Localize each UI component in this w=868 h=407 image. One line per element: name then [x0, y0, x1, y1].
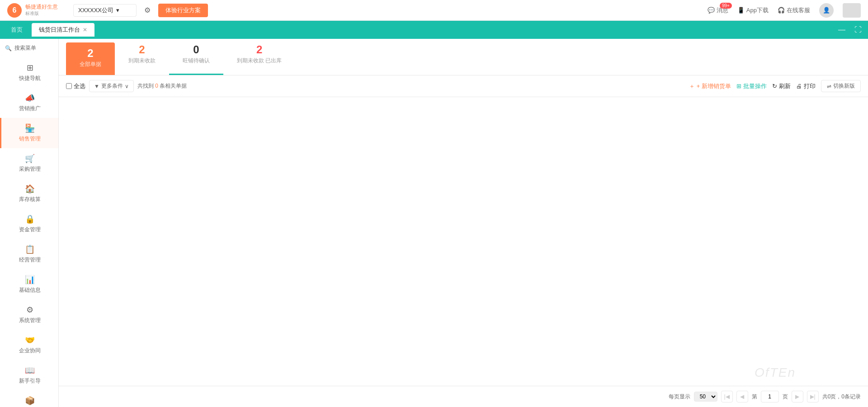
stats-wangpu-number: 0	[193, 44, 199, 55]
sidebar-item-label: 基础信息	[19, 286, 41, 294]
company-name: XXXXXX公司	[78, 6, 113, 14]
stats-tabs: 2 全部单据 2 到期未收款 0 旺铺待确认 2 到期未收款 已出库	[59, 39, 868, 75]
user-icon: 👤	[823, 7, 830, 14]
sidebar-item-label: 经营管理	[19, 256, 41, 264]
page-size-label: 每页显示	[669, 393, 690, 401]
tab-workbench[interactable]: 钱货日清工作台 ✕	[32, 23, 94, 37]
settings-icon[interactable]: ⚙	[140, 3, 155, 18]
tab-close-icon[interactable]: ✕	[83, 27, 87, 33]
tab-home[interactable]: 首页	[4, 23, 30, 37]
tab-workbench-label: 钱货日清工作台	[39, 26, 80, 34]
chevron-down-icon: ▾	[116, 7, 119, 14]
clipboard-icon: 📋	[25, 244, 35, 254]
sidebar-item-app-center[interactable]: 📦 应用中心	[0, 390, 58, 407]
window-minimize-icon[interactable]: —	[835, 25, 848, 35]
stats-all-label: 全部单据	[80, 61, 101, 68]
search-menu-label: 搜索菜单	[14, 44, 36, 52]
online-service-btn[interactable]: 🎧 在线客服	[778, 6, 810, 14]
print-button[interactable]: 🖨 打印	[796, 82, 816, 90]
sidebar-item-inventory[interactable]: 🏠 库存核算	[0, 178, 58, 209]
message-icon: 💬	[708, 7, 715, 14]
sidebar-item-guide[interactable]: 📖 新手引导	[0, 360, 58, 390]
sidebar-item-label: 营销推广	[19, 105, 41, 112]
sidebar-item-finance[interactable]: 🔒 资金管理	[0, 209, 58, 239]
table-icon: 📊	[25, 275, 35, 285]
top-header: 6 畅捷通好生意 标准版 XXXXXX公司 ▾ ⚙ 体验行业方案 💬 消息 99…	[0, 0, 868, 21]
select-all-label: 全选	[74, 82, 85, 90]
box-icon: 📦	[25, 396, 35, 406]
sidebar-item-label: 资金管理	[19, 226, 41, 234]
header-right: 💬 消息 99+ 📱 App下载 🎧 在线客服 👤	[708, 3, 861, 18]
app-download-icon: 📱	[737, 7, 745, 14]
trial-button[interactable]: 体验行业方案	[158, 4, 208, 17]
stats-overdue-label: 到期未收款	[128, 57, 156, 65]
message-btn[interactable]: 💬 消息 99+	[708, 6, 728, 14]
page-suffix: 页	[783, 393, 788, 401]
app-download-btn[interactable]: 📱 App下载	[737, 6, 769, 14]
filter-button[interactable]: ▼ 更多条件 ∨	[89, 80, 134, 92]
tab-home-label: 首页	[11, 26, 23, 34]
sidebar-item-enterprise[interactable]: 🤝 企业协同	[0, 330, 58, 360]
nav-tabs: 首页 钱货日清工作台 ✕ — ⛶	[0, 21, 868, 39]
next-page-button[interactable]: ▶	[792, 391, 803, 402]
sidebar-item-basic-info[interactable]: 📊 基础信息	[0, 269, 58, 299]
megaphone-icon: 📣	[25, 93, 35, 103]
sidebar-search[interactable]: 🔍 搜索菜单	[0, 39, 58, 57]
chevron-down-icon: ∨	[125, 83, 129, 89]
online-service-label: 在线客服	[787, 6, 810, 14]
page-size-select[interactable]: 50	[694, 392, 717, 402]
stats-overdue-number: 2	[139, 44, 145, 55]
sidebar-item-purchase[interactable]: 🛒 采购管理	[0, 148, 58, 178]
nav-tab-actions: — ⛶	[835, 25, 864, 35]
cart-icon: 🛒	[25, 154, 35, 164]
sidebar-item-marketing[interactable]: 📣 营销推广	[0, 88, 58, 118]
message-badge: 99+	[720, 3, 732, 9]
logo-icon: 6	[7, 3, 22, 18]
sidebar-item-quick-nav[interactable]: ⊞ 快捷导航	[0, 57, 58, 88]
main-content: 2 全部单据 2 到期未收款 0 旺铺待确认 2 到期未收款 已出库 全选	[59, 39, 868, 407]
sidebar-item-system[interactable]: ⚙ 系统管理	[0, 299, 58, 330]
window-expand-icon[interactable]: ⛶	[852, 25, 864, 35]
refresh-button[interactable]: ↻ 刷新	[772, 82, 791, 90]
sidebar-item-label: 库存核算	[19, 196, 41, 203]
logo-text: 畅捷通好生意 标准版	[25, 4, 58, 17]
toolbar-right: ＋ + 新增销货单 ⊞ 批量操作 ↻ 刷新 🖨 打印 ⇌ 切换新版	[689, 80, 861, 92]
print-icon: 🖨	[796, 83, 802, 89]
gear-icon: ⚙	[26, 305, 33, 315]
sidebar-item-sales[interactable]: 🏪 销售管理	[0, 118, 58, 148]
batch-icon: ⊞	[736, 83, 741, 89]
stats-tab-wangpu[interactable]: 0 旺铺待确认	[169, 39, 223, 75]
grid-icon: ⊞	[27, 63, 33, 73]
sidebar-item-label: 企业协同	[19, 347, 41, 355]
book-icon: 📖	[25, 365, 35, 375]
sidebar-item-label: 采购管理	[19, 165, 41, 173]
batch-operations-button[interactable]: ⊞ 批量操作	[736, 82, 767, 90]
switch-icon: ⇌	[827, 83, 831, 89]
select-all-area: 全选	[66, 82, 85, 90]
total-pages-info: 共0页，0条记录	[822, 393, 861, 401]
avatar[interactable]: 👤	[819, 3, 834, 18]
first-page-button[interactable]: |◀	[721, 391, 733, 402]
stats-tab-overdue[interactable]: 2 到期未收款	[115, 39, 169, 75]
stats-tab-overdue-shipped[interactable]: 2 到期未收款 已出库	[223, 39, 295, 75]
current-page-input[interactable]	[761, 391, 779, 402]
user-extra	[843, 3, 861, 18]
sidebar-item-label: 快捷导航	[19, 75, 41, 82]
toolbar: 全选 ▼ 更多条件 ∨ 共找到 0 条相关单据 ＋ + 新增销货单 ⊞ 批量操作	[59, 75, 868, 97]
search-icon: 🔍	[5, 45, 12, 51]
last-page-button[interactable]: ▶|	[807, 391, 819, 402]
add-sales-order-button[interactable]: ＋ + 新增销货单	[689, 82, 731, 90]
sidebar-item-operations[interactable]: 📋 经营管理	[0, 239, 58, 269]
store-icon: 🏪	[25, 123, 35, 133]
stats-overdue-shipped-number: 2	[256, 44, 262, 55]
headset-icon: 🎧	[778, 7, 785, 14]
switch-version-button[interactable]: ⇌ 切换新版	[821, 80, 861, 92]
select-all-checkbox[interactable]	[66, 83, 72, 89]
company-selector[interactable]: XXXXXX公司 ▾	[73, 4, 137, 17]
prev-page-button[interactable]: ◀	[736, 391, 748, 402]
page-label: 第	[752, 393, 757, 401]
stats-tab-all[interactable]: 2 全部单据	[66, 42, 115, 75]
total-count: 0	[155, 83, 158, 89]
lock-icon: 🔒	[25, 214, 35, 224]
total-text: 共找到 0 条相关单据	[137, 82, 187, 90]
